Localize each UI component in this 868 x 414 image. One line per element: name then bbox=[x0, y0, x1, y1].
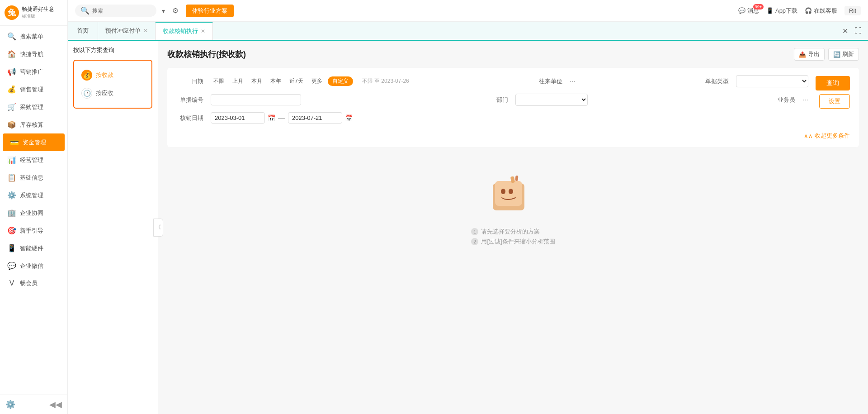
purchase-icon: 🛒 bbox=[7, 103, 16, 111]
sidebar-label-purchase: 采购管理 bbox=[20, 103, 43, 111]
date-custom[interactable]: 自定义 bbox=[328, 76, 353, 86]
tab-actions: ✕ ⛶ bbox=[840, 22, 868, 40]
receivable-label: 按应收 bbox=[96, 89, 113, 97]
sidebar-item-hardware[interactable]: 📱 智能硬件 bbox=[0, 239, 67, 257]
partner-label: 往来单位 bbox=[535, 77, 562, 86]
verify-date-start[interactable] bbox=[211, 112, 265, 124]
left-panel-title: 按以下方案查询 bbox=[73, 46, 152, 54]
content-area: 按以下方案查询 💰 按收款 🕐 按应收 《 收款核销执行(按收款) bbox=[68, 41, 868, 414]
date-unlimited[interactable]: 不限 bbox=[211, 76, 227, 86]
system-icon: ⚙️ bbox=[7, 191, 16, 200]
sidebar-item-guide[interactable]: 🎯 新手引导 bbox=[0, 222, 67, 239]
staff-more-icon[interactable]: ··· bbox=[802, 96, 808, 104]
sidebar-label-marketing: 营销推广 bbox=[20, 68, 43, 76]
logo-icon: 兔 bbox=[5, 5, 19, 20]
collapse-conditions-btn[interactable]: ∧∧ 收起更多条件 bbox=[176, 132, 850, 140]
sidebar-item-operation[interactable]: 📊 经营管理 bbox=[0, 151, 67, 169]
date-last7[interactable]: 近7天 bbox=[287, 76, 306, 86]
sidebar-label-shortcut: 快捷导航 bbox=[20, 50, 43, 58]
search-input[interactable] bbox=[92, 8, 146, 14]
query-by-receipt[interactable]: 💰 按收款 bbox=[79, 66, 147, 84]
date-display: 不限 至 2023-07-26 bbox=[362, 77, 409, 85]
chevron-up-icon: ∧∧ bbox=[804, 133, 813, 139]
user-info[interactable]: Rit bbox=[844, 6, 861, 15]
sidebar-item-basic[interactable]: 📋 基础信息 bbox=[0, 169, 67, 186]
tab-collection[interactable]: 收款核销执行 ✕ bbox=[156, 22, 213, 40]
empty-tip-1: 1 请先选择要分析的方案 bbox=[471, 227, 555, 237]
hardware-icon: 📱 bbox=[7, 244, 16, 252]
tab-prepay[interactable]: 预付冲应付单 ✕ bbox=[98, 22, 156, 40]
verify-date-end-cal[interactable]: 📅 bbox=[345, 114, 353, 122]
sidebar-label-hardware: 智能硬件 bbox=[20, 244, 43, 252]
logo-text: 畅捷通好生意 标准版 bbox=[22, 6, 54, 19]
bill-type-select[interactable] bbox=[736, 75, 808, 87]
svg-rect-1 bbox=[495, 181, 522, 206]
search-bar[interactable]: 🔍 bbox=[75, 5, 156, 17]
partner-more-icon[interactable]: ··· bbox=[570, 77, 576, 86]
refresh-btn[interactable]: 🔄 刷新 bbox=[828, 48, 859, 61]
sidebar-item-purchase[interactable]: 🛒 采购管理 bbox=[0, 98, 67, 116]
sidebar-item-marketing[interactable]: 📢 营销推广 bbox=[0, 63, 67, 81]
sidebar-label-system: 系统管理 bbox=[20, 191, 43, 200]
message-btn[interactable]: 💬 消息 99+ bbox=[738, 7, 759, 15]
collapse-sidebar-icon[interactable]: ◀◀ bbox=[49, 400, 62, 409]
industry-btn[interactable]: 体验行业方案 bbox=[186, 5, 234, 17]
marketing-icon: 📢 bbox=[7, 67, 16, 76]
verify-date-label: 核销日期 bbox=[176, 114, 203, 122]
export-btn[interactable]: 📤 导出 bbox=[794, 48, 825, 61]
date-last-month[interactable]: 上月 bbox=[230, 76, 246, 86]
online-service-btn[interactable]: 🎧 在线客服 bbox=[805, 7, 837, 15]
date-more[interactable]: 更多 bbox=[309, 76, 325, 86]
inventory-icon: 📦 bbox=[7, 120, 16, 129]
svg-point-2 bbox=[501, 189, 505, 194]
operation-icon: 📊 bbox=[7, 156, 16, 164]
date-this-year[interactable]: 本年 bbox=[268, 76, 284, 86]
settings-btn[interactable]: 设置 bbox=[819, 94, 850, 109]
date-this-month[interactable]: 本月 bbox=[249, 76, 265, 86]
sidebar-item-search[interactable]: 🔍 搜索菜单 bbox=[0, 28, 67, 45]
tab-collection-close[interactable]: ✕ bbox=[201, 28, 205, 34]
header-right: 💬 消息 99+ 📱 App下载 🎧 在线客服 Rit bbox=[738, 6, 861, 15]
close-tab-action[interactable]: ✕ bbox=[840, 25, 851, 37]
title-actions: 📤 导出 🔄 刷新 bbox=[794, 48, 859, 61]
sidebar-label-member: 畅会员 bbox=[20, 279, 38, 287]
empty-tip-2-text: 用[过滤]条件来缩小分析范围 bbox=[481, 238, 555, 246]
verify-date-start-cal[interactable]: 📅 bbox=[268, 114, 275, 122]
logo-line2: 标准版 bbox=[22, 13, 54, 19]
sidebar-item-wechat[interactable]: 💬 企业微信 bbox=[0, 257, 67, 275]
basic-icon: 📋 bbox=[7, 173, 16, 182]
expand-tab-action[interactable]: ⛶ bbox=[852, 25, 864, 37]
message-icon: 💬 bbox=[738, 7, 745, 14]
dept-label: 部门 bbox=[481, 96, 508, 104]
settings-footer-icon[interactable]: ⚙️ bbox=[5, 400, 15, 409]
date-label: 日期 bbox=[176, 77, 203, 86]
sidebar-label-search: 搜索菜单 bbox=[20, 33, 43, 41]
sidebar-item-enterprise[interactable]: 🏢 企业协同 bbox=[0, 204, 67, 222]
bill-no-input[interactable] bbox=[211, 94, 301, 105]
empty-tip-1-text: 请先选择要分析的方案 bbox=[481, 228, 540, 236]
app-download-btn[interactable]: 📱 App下载 bbox=[766, 7, 797, 15]
empty-tip-2: 2 用[过滤]条件来缩小分析范围 bbox=[471, 237, 555, 247]
staff-label: 业务员 bbox=[768, 96, 795, 104]
tab-home[interactable]: 首页 bbox=[68, 22, 98, 40]
sidebar-item-system[interactable]: ⚙️ 系统管理 bbox=[0, 186, 67, 204]
query-by-receivable[interactable]: 🕐 按应收 bbox=[79, 84, 147, 102]
search-dropdown-icon[interactable]: ▾ bbox=[162, 7, 165, 14]
download-icon: 📱 bbox=[766, 7, 774, 14]
sidebar-item-sales[interactable]: 💰 销售管理 bbox=[0, 81, 67, 98]
sidebar-label-basic: 基础信息 bbox=[20, 174, 43, 182]
query-btn[interactable]: 查询 bbox=[816, 76, 850, 90]
bill-type-label: 单据类型 bbox=[702, 77, 729, 86]
message-badge: 99+ bbox=[753, 4, 764, 10]
header-gear-icon[interactable]: ⚙ bbox=[172, 6, 179, 15]
dept-select[interactable] bbox=[515, 94, 588, 106]
collapse-left-panel-btn[interactable]: 《 bbox=[153, 219, 163, 237]
sidebar-item-inventory[interactable]: 📦 库存核算 bbox=[0, 116, 67, 133]
empty-tips: 1 请先选择要分析的方案 2 用[过滤]条件来缩小分析范围 bbox=[471, 227, 555, 247]
sidebar-item-member[interactable]: V 畅会员 bbox=[0, 275, 67, 292]
tab-prepay-close[interactable]: ✕ bbox=[143, 28, 148, 34]
verify-date-end[interactable] bbox=[288, 112, 342, 124]
sidebar-item-finance[interactable]: 💳 资金管理 bbox=[3, 133, 65, 151]
sidebar-item-shortcut[interactable]: 🏠 快捷导航 bbox=[0, 45, 67, 63]
svg-rect-5 bbox=[515, 176, 518, 181]
